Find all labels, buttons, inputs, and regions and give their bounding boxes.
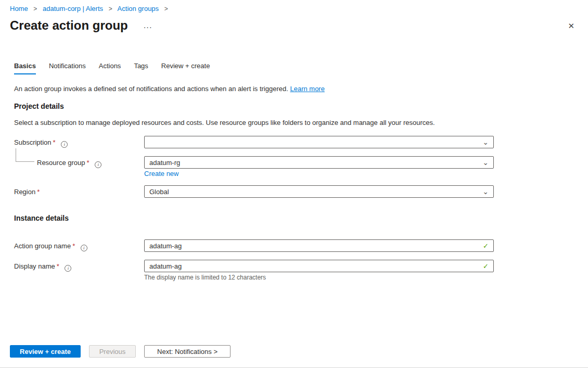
display-name-row: Display name* i ✓ bbox=[14, 260, 494, 272]
action-group-name-label: Action group name* i bbox=[14, 242, 87, 251]
display-name-label-text: Display name bbox=[14, 262, 55, 270]
required-asterisk: * bbox=[87, 159, 90, 167]
breadcrumb-separator: > bbox=[33, 5, 37, 12]
region-dropdown[interactable]: Global ⌄ bbox=[144, 185, 494, 198]
review-create-button[interactable]: Review + create bbox=[10, 345, 81, 358]
action-group-name-input[interactable] bbox=[149, 240, 483, 251]
breadcrumb-home[interactable]: Home bbox=[10, 5, 28, 12]
create-action-group-blade: Home > adatum-corp | Alerts > Action gro… bbox=[0, 0, 588, 368]
breadcrumb-alerts[interactable]: adatum-corp | Alerts bbox=[43, 5, 103, 12]
project-details-heading: Project details bbox=[14, 102, 64, 110]
resource-group-value: adatum-rg bbox=[149, 159, 180, 167]
info-icon[interactable]: i bbox=[65, 265, 71, 272]
valid-check-icon: ✓ bbox=[483, 242, 489, 250]
resource-group-label: Resource group* i bbox=[37, 159, 101, 168]
tab-tags[interactable]: Tags bbox=[134, 62, 148, 74]
resource-group-row: Resource group* i adatum-rg ⌄ bbox=[14, 156, 494, 169]
footer-actions: Review + create Previous Next: Notificat… bbox=[10, 345, 231, 358]
chevron-down-icon: ⌄ bbox=[482, 140, 489, 144]
action-group-name-field: ✓ bbox=[144, 239, 494, 252]
required-asterisk: * bbox=[57, 262, 59, 270]
breadcrumb-separator: > bbox=[164, 5, 168, 12]
action-group-name-row: Action group name* i ✓ bbox=[14, 239, 494, 252]
region-value: Global bbox=[149, 188, 169, 196]
learn-more-link[interactable]: Learn more bbox=[290, 85, 324, 93]
intro: An action group invokes a defined set of… bbox=[14, 85, 325, 93]
previous-button[interactable]: Previous bbox=[89, 345, 136, 358]
tab-notifications[interactable]: Notifications bbox=[49, 62, 86, 74]
action-group-name-label-text: Action group name bbox=[14, 242, 71, 250]
title-bar: Create action group ··· ✕ bbox=[10, 17, 574, 34]
subscription-dropdown[interactable]: ⌄ bbox=[144, 136, 494, 148]
subscription-label-text: Subscription bbox=[14, 138, 52, 146]
tab-bar: Basics Notifications Actions Tags Review… bbox=[14, 62, 210, 74]
instance-details-heading: Instance details bbox=[14, 214, 69, 222]
tab-review-create[interactable]: Review + create bbox=[161, 62, 210, 74]
breadcrumb: Home > adatum-corp | Alerts > Action gro… bbox=[10, 5, 172, 12]
breadcrumb-separator: > bbox=[109, 5, 112, 12]
chevron-down-icon: ⌄ bbox=[482, 160, 489, 164]
display-name-label: Display name* i bbox=[14, 262, 71, 272]
resource-group-dropdown[interactable]: adatum-rg ⌄ bbox=[144, 156, 494, 169]
region-label-text: Region bbox=[14, 188, 35, 196]
next-notifications-button[interactable]: Next: Notifications > bbox=[144, 345, 231, 358]
region-label: Region* bbox=[14, 188, 40, 196]
create-new-link[interactable]: Create new bbox=[144, 170, 178, 177]
display-name-field: ✓ bbox=[144, 260, 494, 272]
subscription-row: Subscription* i ⌄ bbox=[14, 136, 494, 148]
breadcrumb-action-groups[interactable]: Action groups bbox=[118, 5, 159, 12]
info-icon[interactable]: i bbox=[61, 141, 68, 148]
display-name-helper-text: The display name is limited to 12 charac… bbox=[144, 274, 266, 281]
valid-check-icon: ✓ bbox=[483, 262, 489, 270]
info-icon[interactable]: i bbox=[81, 245, 87, 251]
required-asterisk: * bbox=[72, 242, 75, 250]
tab-actions[interactable]: Actions bbox=[99, 62, 121, 74]
close-icon[interactable]: ✕ bbox=[568, 22, 574, 30]
resource-group-label-text: Resource group bbox=[37, 159, 85, 167]
required-asterisk: * bbox=[53, 138, 56, 146]
more-options-icon[interactable]: ··· bbox=[144, 23, 152, 31]
info-icon[interactable]: i bbox=[95, 161, 101, 168]
project-details-description: Select a subscription to manage deployed… bbox=[14, 119, 435, 126]
chevron-down-icon: ⌄ bbox=[482, 189, 489, 194]
display-name-input[interactable] bbox=[149, 260, 483, 272]
region-row: Region* Global ⌄ bbox=[14, 185, 494, 198]
required-asterisk: * bbox=[37, 188, 40, 196]
intro-text: An action group invokes a defined set of… bbox=[14, 85, 288, 93]
subscription-label: Subscription* i bbox=[14, 138, 68, 148]
tab-basics[interactable]: Basics bbox=[14, 62, 36, 74]
page-title: Create action group bbox=[10, 18, 128, 33]
